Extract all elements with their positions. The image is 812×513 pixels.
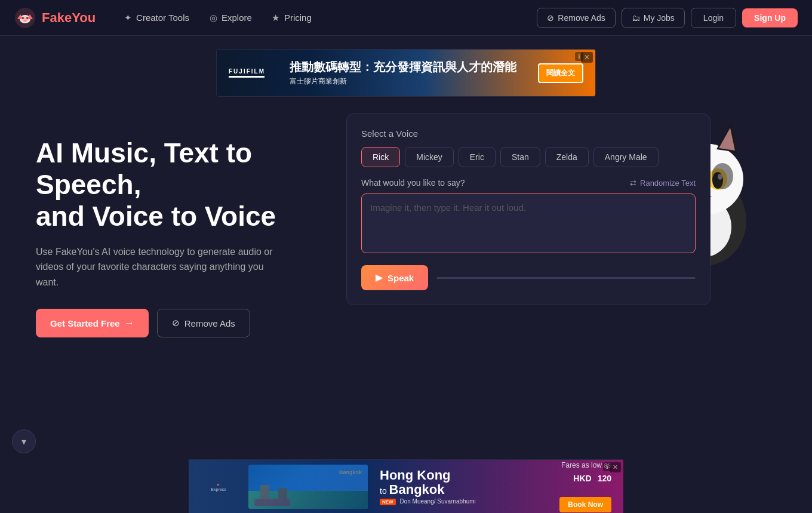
- hero-title: AI Music, Text to Speech, and Voice to V…: [36, 137, 322, 232]
- login-label: Login: [703, 13, 724, 23]
- speak-button[interactable]: ▶ Speak: [361, 265, 428, 290]
- what-say-header: What would you like to say? ⇄ Randomize …: [361, 178, 696, 188]
- voice-tab-mickey[interactable]: Mickey: [405, 147, 454, 167]
- hk-route: Hong Kong to Bangkok: [380, 468, 548, 497]
- top-ad-info-button[interactable]: ℹ: [575, 52, 583, 61]
- scroll-down-indicator[interactable]: ▾: [12, 429, 36, 453]
- currency-label: HKD: [573, 474, 591, 483]
- creator-tools-label: Creator Tools: [136, 13, 189, 23]
- logo-text-fake: Fake: [42, 10, 72, 25]
- fuji-ad[interactable]: FUJIFILM 推動數碼轉型：充分發揮資訊與人才的潛能 富士膠片商業創新 閱讀…: [217, 49, 595, 97]
- fuji-cta-button[interactable]: 閱讀全文: [538, 63, 583, 83]
- fuji-sub-text: 富士膠片商業創新: [290, 76, 531, 87]
- nav-right: ⊘ Remove Ads 🗂 My Jobs Login Sign Up: [537, 8, 798, 28]
- nav-left: FakeYou ✦ Creator Tools ◎ Explore ★ Pric…: [14, 7, 320, 29]
- svg-marker-14: [719, 128, 735, 150]
- voice-card-title: Select a Voice: [361, 128, 696, 139]
- logo-text-you: You: [72, 10, 96, 25]
- pricing-label: Pricing: [284, 13, 312, 23]
- signup-label: Sign Up: [754, 13, 786, 23]
- hk-ad[interactable]: e Express Bangkok Hong Kong to Bangkok N…: [189, 460, 623, 513]
- route-to: Bangkok: [389, 482, 445, 497]
- svg-point-7: [24, 20, 27, 21]
- login-button[interactable]: Login: [691, 8, 736, 28]
- signup-button[interactable]: Sign Up: [742, 8, 798, 27]
- bottom-ad-banner: e Express Bangkok Hong Kong to Bangkok N…: [189, 459, 623, 513]
- fuji-cta-label: 閱讀全文: [546, 69, 575, 77]
- nav-explore[interactable]: ◎ Explore: [200, 8, 260, 27]
- voice-card: Select a Voice Rick Mickey Eric Stan Zel…: [346, 113, 710, 305]
- express-logo: e Express: [201, 482, 236, 492]
- voice-tab-eric[interactable]: Eric: [459, 147, 496, 167]
- fuji-content: 推動數碼轉型：充分發揮資訊與人才的潛能 富士膠片商業創新: [290, 59, 531, 87]
- svg-point-5: [22, 17, 24, 19]
- audio-progress-bar: [436, 277, 696, 279]
- svg-point-29: [712, 163, 733, 189]
- speak-row: ▶ Speak: [361, 265, 696, 290]
- shuffle-icon: ⇄: [630, 179, 636, 188]
- nav-links: ✦ Creator Tools ◎ Explore ★ Pricing: [115, 8, 320, 27]
- svg-point-6: [26, 17, 28, 19]
- voice-tab-rick[interactable]: Rick: [361, 147, 400, 167]
- hk-price: HKD 120: [559, 469, 611, 494]
- pricing-icon: ★: [271, 13, 281, 23]
- top-ad-banner: FUJIFILM 推動數碼轉型：充分發揮資訊與人才的潛能 富士膠片商業創新 閱讀…: [216, 49, 596, 97]
- logo-text: FakeYou: [42, 10, 96, 26]
- new-label: NEW: [380, 499, 396, 505]
- randomize-label: Randomize Text: [640, 179, 696, 188]
- hero-subtitle: Use FakeYou's AI voice technology to gen…: [36, 244, 287, 290]
- hero-no-ads-icon: ⊘: [172, 318, 180, 328]
- chevron-down-icon: ▾: [21, 436, 26, 447]
- remove-ads-label: Remove Ads: [558, 13, 605, 23]
- randomize-text-button[interactable]: ⇄ Randomize Text: [630, 179, 696, 188]
- route-from: Hong Kong: [380, 468, 451, 483]
- navbar: FakeYou ✦ Creator Tools ◎ Explore ★ Pric…: [0, 0, 812, 36]
- book-now-button[interactable]: Book Now: [559, 497, 611, 512]
- explore-icon: ◎: [208, 13, 218, 23]
- no-ads-icon: ⊘: [547, 13, 554, 23]
- hero-title-line2: and Voice to Voice: [36, 201, 276, 232]
- voice-tab-stan[interactable]: Stan: [500, 147, 540, 167]
- voice-tabs: Rick Mickey Eric Stan Zelda Angry Male: [361, 147, 696, 167]
- what-say-label: What would you like to say?: [361, 178, 465, 188]
- voice-text-input[interactable]: [361, 193, 696, 253]
- hero-section: AI Music, Text to Speech, and Voice to V…: [0, 107, 812, 337]
- svg-point-16: [708, 168, 727, 190]
- get-started-button[interactable]: Get Started Free →: [36, 309, 149, 337]
- briefcase-icon: 🗂: [632, 13, 640, 23]
- fuji-main-text: 推動數碼轉型：充分發揮資訊與人才的潛能: [290, 59, 531, 75]
- play-icon: ▶: [376, 272, 383, 283]
- my-jobs-button[interactable]: 🗂 My Jobs: [622, 8, 685, 28]
- svg-point-20: [718, 174, 722, 180]
- voice-tab-zelda[interactable]: Zelda: [545, 147, 589, 167]
- hk-tag: NEW Don Mueang/ Suvarnabhumi: [380, 498, 548, 505]
- voice-tab-angry-male[interactable]: Angry Male: [593, 147, 659, 167]
- bottom-ad-info-button[interactable]: ℹ: [603, 462, 611, 471]
- speak-label: Speak: [387, 273, 414, 283]
- hero-title-line1: AI Music, Text to Speech,: [36, 137, 252, 200]
- hero-buttons: Get Started Free → ⊘ Remove Ads: [36, 309, 322, 337]
- my-jobs-label: My Jobs: [644, 13, 675, 23]
- hero-left: AI Music, Text to Speech, and Voice to V…: [36, 119, 322, 337]
- remove-ads-button[interactable]: ⊘ Remove Ads: [537, 8, 615, 28]
- hero-remove-ads-button[interactable]: ⊘ Remove Ads: [157, 309, 250, 337]
- route-operator: Don Mueang/ Suvarnabhumi: [399, 498, 475, 505]
- nav-creator-tools[interactable]: ✦ Creator Tools: [115, 8, 198, 27]
- get-started-label: Get Started Free: [50, 318, 120, 328]
- top-ad-container: FUJIFILM 推動數碼轉型：充分發揮資訊與人才的潛能 富士膠片商業創新 閱讀…: [0, 36, 812, 107]
- arrow-right-icon: →: [125, 318, 134, 328]
- explore-label: Explore: [222, 13, 252, 23]
- hk-ad-content: Hong Kong to Bangkok NEW Don Mueang/ Suv…: [380, 468, 548, 505]
- svg-marker-12: [716, 122, 737, 152]
- hero-right: Select a Voice Rick Mickey Eric Stan Zel…: [346, 119, 776, 337]
- price-value: 120: [598, 474, 611, 483]
- hk-ad-image: Bangkok: [248, 465, 368, 509]
- hero-remove-ads-label: Remove Ads: [184, 318, 235, 328]
- nav-pricing[interactable]: ★ Pricing: [263, 8, 320, 27]
- book-cta-label: Book Now: [568, 500, 603, 509]
- creator-tools-icon: ✦: [123, 13, 133, 23]
- logo[interactable]: FakeYou: [14, 7, 96, 29]
- fuji-logo: FUJIFILM: [229, 68, 282, 78]
- logo-icon: [14, 7, 36, 29]
- svg-point-18: [712, 172, 723, 189]
